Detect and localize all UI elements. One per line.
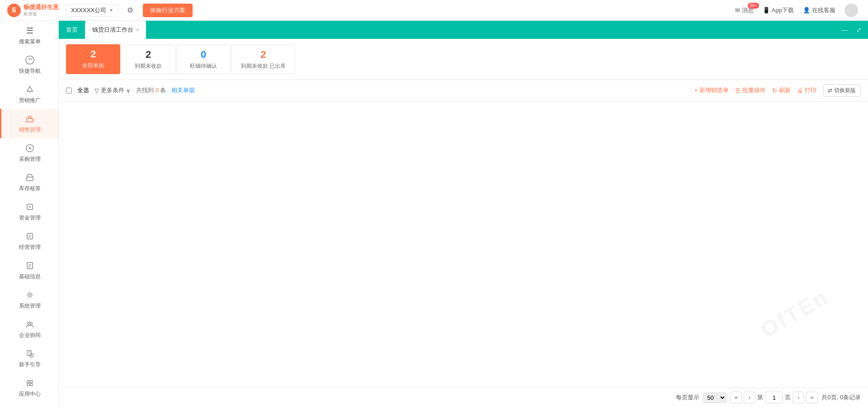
svg-marker-3 — [27, 86, 33, 91]
filter-chevron-icon: ∨ — [126, 87, 131, 94]
page-total: 共0页, 0条记录 — [821, 393, 861, 402]
logo-area: 6 畅捷通好生意 标准版 — [7, 4, 66, 17]
svg-rect-7 — [27, 177, 33, 181]
tab-active[interactable]: 钱货日清工作台 × — [85, 21, 146, 39]
table-area — [59, 102, 868, 388]
sidebar-item-system[interactable]: 系统管理 — [0, 285, 58, 314]
sidebar-item-search[interactable]: ☰ 搜索菜单 — [0, 21, 58, 50]
sidebar-item-guide[interactable]: 新手引导 — [0, 344, 58, 373]
filter-icon: ▽ — [94, 87, 99, 94]
sidebar-item-finance[interactable]: 资金管理 — [0, 197, 58, 226]
expand-button[interactable]: ⤢ — [854, 24, 864, 35]
minimize-button[interactable]: — — [839, 24, 850, 35]
page-number-input[interactable] — [765, 392, 783, 403]
per-page-label: 每页显示 — [676, 393, 699, 402]
svg-point-16 — [28, 294, 31, 296]
download-icon: 📱 — [763, 7, 770, 14]
stat-overdue[interactable]: 2 到期未收款 — [121, 44, 175, 74]
settings-button[interactable]: ⚙ — [123, 3, 137, 18]
tab-home[interactable]: 首页 — [59, 21, 85, 39]
batch-operation-button[interactable]: ☰ 批量操作 — [735, 86, 766, 94]
search-icon: ☰ — [24, 25, 35, 36]
refresh-icon: ↻ — [772, 87, 777, 94]
chevron-down-icon: ▼ — [109, 8, 113, 13]
prev-page-button[interactable]: ‹ — [744, 392, 755, 403]
quick-nav-icon — [24, 55, 35, 65]
switch-version-button[interactable]: ⇄ 切换新版 — [823, 84, 861, 97]
svg-rect-5 — [27, 118, 33, 122]
found-text: 共找到 0 条 — [136, 86, 166, 94]
stats-row: 2 全部单据 2 到期未收款 0 旺铺待确认 2 到期未收款 已出库 — [59, 39, 868, 80]
online-service-button[interactable]: 👤 在线客服 — [803, 6, 835, 14]
svg-rect-23 — [27, 384, 29, 386]
svg-rect-22 — [30, 380, 33, 383]
svg-text:6: 6 — [12, 6, 16, 14]
guide-icon — [24, 348, 35, 359]
svg-point-18 — [30, 323, 33, 325]
switch-icon: ⇄ — [828, 87, 832, 94]
app-download-button[interactable]: 📱 App下载 — [763, 6, 794, 14]
page-label: 第 — [757, 393, 763, 402]
sidebar: ☰ 搜索菜单 快捷导航 营销推广 销售管理 — [0, 21, 59, 407]
message-badge: 99+ — [748, 3, 759, 9]
marketing-icon — [24, 84, 35, 95]
avatar — [844, 4, 858, 17]
stat-overdue-shipped[interactable]: 2 到期未收款 已出库 — [231, 44, 295, 74]
try-industry-button[interactable]: 体验行业方案 — [143, 4, 193, 17]
service-icon: 👤 — [803, 7, 810, 14]
related-orders-link[interactable]: 相关单据 — [171, 86, 195, 94]
new-sales-order-button[interactable]: + 新增销货单 — [694, 86, 729, 94]
logo-icon: 6 — [7, 4, 21, 17]
sidebar-item-app-center[interactable]: 应用中心 — [0, 373, 58, 402]
per-page-select[interactable]: 50 100 200 — [703, 393, 726, 403]
sidebar-item-purchase[interactable]: 采购管理 — [0, 138, 58, 168]
stat-all[interactable]: 2 全部单据 — [66, 44, 120, 74]
batch-icon: ☰ — [735, 87, 741, 94]
sidebar-item-inventory[interactable]: 库存核算 — [0, 168, 58, 197]
system-icon — [24, 290, 35, 300]
company-selector[interactable]: XXXXXX公司 ▼ — [66, 4, 118, 17]
refresh-button[interactable]: ↻ 刷新 — [772, 86, 791, 94]
top-header: 6 畅捷通好生意 标准版 XXXXXX公司 ▼ ⚙ 体验行业方案 ✉ 消息 99… — [0, 0, 868, 21]
svg-rect-24 — [30, 384, 33, 386]
tab-bar-actions: — ⤢ — [839, 24, 868, 35]
sales-icon — [24, 113, 35, 124]
purchase-icon — [24, 143, 35, 154]
page-navigation: « ‹ 第 页 › » — [730, 392, 818, 403]
page-end-label: 页 — [785, 393, 791, 402]
sidebar-item-wechat[interactable]: 企业微信 — [0, 402, 58, 407]
sidebar-item-operations[interactable]: 经营管理 — [0, 226, 58, 256]
app-center-icon — [24, 378, 35, 388]
svg-rect-21 — [27, 380, 29, 383]
first-page-button[interactable]: « — [730, 392, 742, 403]
avatar-area[interactable] — [844, 4, 861, 17]
toolbar: 全选 ▽ 更多条件 ∨ 共找到 0 条 相关单据 + 新增销货单 — [59, 80, 868, 102]
sidebar-item-marketing[interactable]: 营销推广 — [0, 80, 58, 109]
basic-info-icon — [24, 260, 35, 271]
sidebar-item-basic-info[interactable]: 基础信息 — [0, 256, 58, 285]
tab-bar: 首页 钱货日清工作台 × — ⤢ — [59, 21, 868, 39]
app-layout: ☰ 搜索菜单 快捷导航 营销推广 销售管理 — [0, 21, 868, 407]
logo-text: 畅捷通好生意 标准版 — [24, 4, 59, 17]
sidebar-item-sales[interactable]: 销售管理 — [0, 109, 58, 138]
sidebar-item-quick-nav[interactable]: 快捷导航 — [0, 50, 58, 80]
filter-button[interactable]: ▽ 更多条件 ∨ — [94, 86, 131, 94]
message-icon: ✉ — [735, 7, 740, 14]
stat-pending[interactable]: 0 旺铺待确认 — [176, 44, 231, 74]
select-all-checkbox[interactable] — [66, 88, 72, 94]
pagination: 每页显示 50 100 200 « ‹ 第 页 › » 共0页, 0条记录 — [59, 388, 868, 407]
select-all-label: 全选 — [77, 86, 89, 94]
print-button[interactable]: 🖨 打印 — [797, 86, 816, 94]
last-page-button[interactable]: » — [806, 392, 818, 403]
svg-rect-12 — [27, 262, 33, 269]
finance-icon — [24, 201, 35, 212]
header-right: ✉ 消息 99+ 📱 App下载 👤 在线客服 — [735, 4, 861, 17]
sidebar-item-enterprise[interactable]: 企业协同 — [0, 314, 58, 344]
next-page-button[interactable]: › — [793, 392, 804, 403]
tab-close-icon[interactable]: × — [136, 27, 139, 33]
inventory-icon — [24, 172, 35, 183]
print-icon: 🖨 — [797, 87, 803, 94]
svg-point-2 — [26, 56, 34, 64]
message-button[interactable]: ✉ 消息 99+ — [735, 6, 754, 14]
toolbar-right: + 新增销货单 ☰ 批量操作 ↻ 刷新 🖨 打印 ⇄ — [694, 84, 861, 97]
